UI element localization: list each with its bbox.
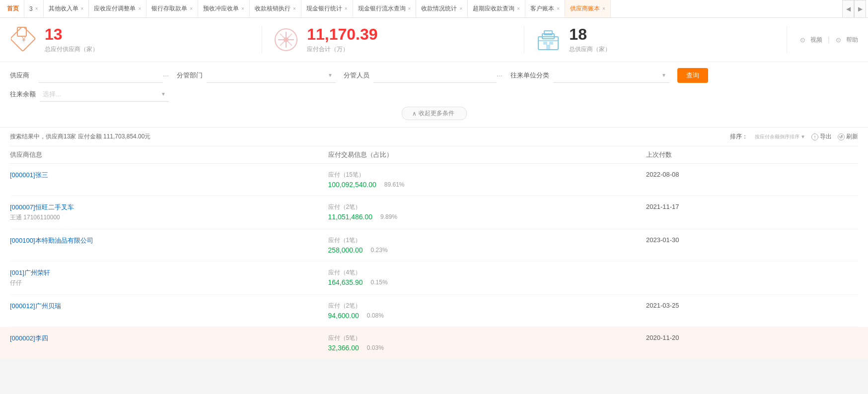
svg-rect-13	[549, 42, 553, 45]
nav-overdue[interactable]: 超期应收款查询 ×	[468, 0, 525, 17]
collapse-button[interactable]: ∧ 收起更多条件	[402, 107, 467, 120]
table-row: [000012]广州贝瑞 应付（2笔） 94,600.00 0.08% 2021…	[10, 295, 858, 327]
help-divider: │	[827, 36, 831, 43]
nav-tab3-close[interactable]: ×	[35, 6, 38, 11]
nav-cash-flow-close[interactable]: ×	[408, 6, 411, 11]
transaction-type: 应付（15笔）	[328, 171, 647, 179]
refresh-label: 刷新	[846, 132, 858, 141]
sort-value: 按应付余额倒序排序	[755, 133, 799, 140]
svg-rect-14	[546, 45, 550, 50]
transaction-cell: 应付（5笔） 32,366.00 0.03%	[328, 334, 647, 352]
supplier-name-link[interactable]: [000012]广州贝瑞	[10, 302, 61, 310]
filter-balance-select[interactable]: 选择... ▼	[40, 87, 169, 102]
nav-other-income-label: 其他收入单	[49, 4, 78, 13]
transaction-amount[interactable]: 258,000.00	[328, 246, 363, 254]
stat-total-suppliers: 18 总供应商（家）	[534, 26, 787, 54]
search-button[interactable]: 查询	[677, 68, 708, 83]
nav-arrow-left[interactable]: ◀	[842, 0, 854, 18]
manager-input[interactable]	[373, 68, 497, 83]
transaction-row: 164,635.90 0.15%	[328, 278, 647, 286]
nav-other-income[interactable]: 其他收入单 ×	[44, 0, 89, 17]
table-summary: 搜索结果中，供应商13家 应付金额 111,703,854.00元	[10, 132, 150, 141]
transaction-percent: 89.61%	[384, 181, 405, 188]
transaction-cell: 应付（2笔） 94,600.00 0.08%	[328, 302, 647, 320]
nav-arrow-right[interactable]: ▶	[854, 0, 866, 18]
supplier-info-cell: [000002]李四	[10, 334, 328, 343]
export-label: 导出	[820, 132, 832, 141]
nav-cash-stat-close[interactable]: ×	[345, 6, 348, 11]
filter-manager-label: 分管人员	[344, 71, 369, 80]
nav-tab3-label: 3	[29, 5, 33, 12]
export-button[interactable]: ↑ 导出	[811, 132, 832, 141]
nav-advance-recv-close[interactable]: ×	[241, 6, 244, 11]
filter-unit-category-select[interactable]: ▼	[553, 68, 669, 83]
supplier-input[interactable]	[39, 68, 163, 83]
filter-balance-placeholder: 选择...	[43, 90, 61, 99]
filter-row-1: 供应商 ··· 分管部门 ▼ 分管人员 ··· 往来单位分类 ▼ 查询	[10, 68, 858, 83]
transaction-amount[interactable]: 100,092,540.00	[328, 181, 376, 189]
filter-dept-dropdown-icon: ▼	[328, 72, 333, 78]
help-video-icon: ⊙	[800, 36, 805, 44]
filter-dept-select[interactable]: ▼	[207, 68, 336, 83]
nav-customer-book[interactable]: 客户账本 ×	[525, 0, 565, 17]
nav-bank[interactable]: 银行存取款单 ×	[146, 0, 198, 17]
table-toolbar-right: 排序： 按应付余额倒序排序 ▼ ↑ 导出 ↺ 刷新	[730, 132, 858, 141]
nav-tab3[interactable]: 3 ×	[24, 0, 44, 17]
help-help-link[interactable]: 帮助	[846, 36, 858, 44]
nav-cash-flow[interactable]: 现金银行流水查询 ×	[353, 0, 417, 17]
refresh-button[interactable]: ↺ 刷新	[838, 132, 858, 141]
filter-row-2: 往来余额 选择... ▼	[10, 87, 858, 102]
transaction-amount[interactable]: 32,366.00	[328, 344, 359, 352]
supplier-name-link[interactable]: [000002]李四	[10, 334, 48, 342]
stat-payable-total-label: 应付合计（万）	[307, 45, 377, 54]
nav-advance-recv-label: 预收冲应收单	[203, 4, 239, 13]
supplier-name-link[interactable]: [000100]本特勤油品有限公司	[10, 237, 93, 244]
nav-home-label: 首页	[7, 4, 19, 13]
transaction-amount[interactable]: 11,051,486.00	[328, 213, 373, 221]
nav-recv-stat-label: 收款情况统计	[421, 4, 457, 13]
supplier-name-link[interactable]: [001]广州荣轩	[10, 269, 50, 276]
table-row: [000007]恒旺二手叉车 王通 17106110000 应付（2笔） 11,…	[10, 196, 858, 229]
transaction-amount[interactable]: 94,600.00	[328, 312, 359, 320]
nav-recv-stat[interactable]: 收款情况统计 ×	[416, 0, 468, 17]
transaction-amount[interactable]: 164,635.90	[328, 278, 363, 286]
nav-overdue-close[interactable]: ×	[517, 6, 520, 11]
col-header-transaction: 应付交易信息（占比）	[328, 150, 647, 159]
filter-unit-category: 往来单位分类 ▼	[510, 68, 669, 83]
transaction-percent: 0.23%	[371, 247, 388, 254]
svg-point-8	[284, 37, 289, 42]
nav-cash-stat[interactable]: 现金银行统计 ×	[301, 0, 353, 17]
nav-advance-recv[interactable]: 预收冲应收单 ×	[198, 0, 250, 17]
nav-other-income-close[interactable]: ×	[81, 6, 84, 11]
help-video-link[interactable]: 视频	[810, 36, 822, 44]
nav-home[interactable]: 首页	[2, 0, 24, 17]
help-icon: ⊙	[836, 36, 841, 44]
nav-recv-exec[interactable]: 收款核销执行 ×	[250, 0, 301, 17]
nav-bank-close[interactable]: ×	[190, 6, 193, 11]
stat-total-suppliers-number: 18	[569, 26, 611, 43]
manager-ellipsis-icon[interactable]: ···	[497, 71, 503, 79]
collapse-row: ∧ 收起更多条件	[10, 104, 858, 121]
supplier-name-link[interactable]: [000001]张三	[10, 171, 48, 179]
filter-supplier-label: 供应商	[10, 71, 35, 80]
nav-recv-exec-close[interactable]: ×	[293, 6, 296, 11]
nav-supplier-book-close[interactable]: ×	[602, 6, 605, 11]
nav-recv-stat-close[interactable]: ×	[459, 6, 462, 11]
stat-total-suppliers-label: 总供应商（家）	[569, 45, 611, 54]
transaction-row: 32,366.00 0.03%	[328, 344, 647, 352]
supplier-ellipsis-icon[interactable]: ···	[163, 71, 169, 79]
sort-dropdown-icon: ▼	[800, 134, 805, 139]
transaction-type: 应付（5笔）	[328, 334, 647, 342]
supplier-contact: 仔仔	[10, 279, 328, 287]
sort-select[interactable]: 按应付余额倒序排序 ▼	[754, 133, 805, 140]
supplier-info-cell: [000001]张三	[10, 171, 328, 180]
nav-supplier-book[interactable]: 供应商账本 ×	[565, 0, 611, 17]
nav-supplier-book-label: 供应商账本	[570, 4, 600, 13]
stat-payable-total: 11,170.39 应付合计（万）	[272, 26, 524, 54]
stats-bar: ¥ 13 总应付供应商（家） 11,170.39 应付合计（万）	[0, 18, 868, 62]
nav-customer-book-close[interactable]: ×	[557, 6, 560, 11]
supplier-name-link[interactable]: [000007]恒旺二手叉车	[10, 203, 74, 211]
nav-adjust-close[interactable]: ×	[138, 6, 141, 11]
nav-adjust[interactable]: 应收应付调整单 ×	[89, 0, 146, 17]
filter-balance-label: 往来余额	[10, 90, 36, 99]
